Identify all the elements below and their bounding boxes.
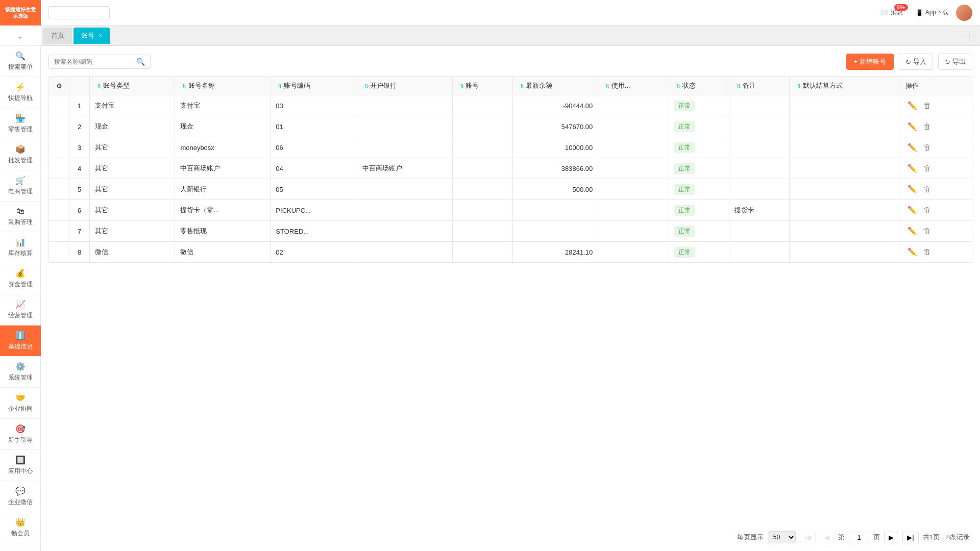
col-account-type[interactable]: ⇅ 账号类型 [90,77,175,95]
edit-button[interactable]: ✏️ [905,205,919,216]
col-usage[interactable]: ⇅ 使用... [598,77,669,95]
tab-accounts-close[interactable]: × [99,32,102,39]
sidebar-item-app-center[interactable]: 🔲 应用中心 [0,450,41,481]
delete-button[interactable]: 🗑 [921,226,933,236]
col-latest-balance[interactable]: ⇅ 最新余额 [512,77,598,95]
tab-home[interactable]: 首页 [43,28,72,44]
app-download-button[interactable]: 📱 App下载 [916,8,948,17]
delete-button[interactable]: 🗑 [921,121,933,132]
page-last-button[interactable]: ▶| [902,532,918,543]
sidebar-collapse-arrow[interactable]: ⌄ [14,28,27,44]
row-settings-cell [49,137,69,158]
delete-button[interactable]: 🗑 [921,205,933,215]
col-status[interactable]: ⇅ 状态 [669,77,729,95]
sidebar-item-basic-info[interactable]: ℹ️ 基础信息 [0,325,41,357]
row-account-type: 其它 [90,158,175,179]
row-settlement [790,200,900,221]
sidebar-item-label: 搜索菜单 [8,63,33,71]
col-bank[interactable]: ⇅ 开户银行 [357,77,452,95]
row-account-type: 其它 [90,221,175,242]
sidebar-item-guide[interactable]: 🎯 新手引导 [0,419,41,450]
export-button[interactable]: ↻ 导出 [938,54,972,70]
page-prev-button[interactable]: ◀ [820,532,834,543]
sidebar-item-funds[interactable]: 💰 资金管理 [0,263,41,294]
col-account-name-sort: ⇅ [182,83,186,89]
edit-button[interactable]: ✏️ [905,226,919,237]
sidebar-item-wholesale[interactable]: 📦 批发管理 [0,139,41,170]
row-account-no [452,200,512,221]
row-account-no [452,242,512,263]
sidebar-item-inventory[interactable]: 📊 库存核算 [0,232,41,263]
sidebar-item-label: 经营管理 [8,311,33,320]
sidebar-item-label: 采购管理 [8,218,33,227]
row-account-no [452,221,512,242]
sidebar-item-ecommerce[interactable]: 🛒 电商管理 [0,170,41,202]
search-icon[interactable]: 🔍 [136,58,145,66]
messages-button[interactable]: ✉️ 消息 99+ [881,8,903,17]
purchase-icon: 🛍 [16,207,24,216]
sidebar-item-label: 企业协同 [8,405,33,413]
row-account-no [452,158,512,179]
sidebar-item-ent-wechat[interactable]: 💬 企业微信 [0,481,41,512]
page-first-button[interactable]: |◀ [800,532,816,543]
page-size-select[interactable]: 50 20 100 [768,531,796,543]
delete-button[interactable]: 🗑 [921,246,933,257]
page-size-label: 每页显示 [737,533,764,542]
basic-info-icon: ℹ️ [15,331,26,340]
table-row: 4 其它 中百商场账户 04 中百商场账户 383866.00 正常 ✏️ 🗑 [49,158,972,179]
edit-button[interactable]: ✏️ [905,163,919,174]
row-account-code: 02 [271,242,357,263]
col-balance-sort: ⇅ [520,83,524,89]
delete-button[interactable]: 🗑 [921,100,933,111]
page-input[interactable] [849,532,869,543]
app-logo: 畅捷通好生意乐透版 [0,0,41,26]
delete-button[interactable]: 🗑 [921,142,933,153]
row-usage [598,116,669,137]
col-default-settlement[interactable]: ⇅ 默认结算方式 [790,77,900,95]
page-next-button[interactable]: ▶ [884,532,898,543]
sidebar-item-search-menu[interactable]: 🔍 搜索菜单 [0,46,41,77]
row-usage [598,242,669,263]
col-settings[interactable]: ⚙ [49,77,69,95]
total-label: 共1页，8条记录 [923,533,970,542]
search-box[interactable]: 🔍 [48,55,151,69]
col-account-name[interactable]: ⇅ 账号名称 [175,77,271,95]
page-label: 第 [838,533,845,542]
sidebar-item-sys[interactable]: ⚙️ 系统管理 [0,357,41,388]
sidebar-item-label: 库存核算 [8,249,33,258]
edit-button[interactable]: ✏️ [905,142,919,153]
sidebar-item-label: 电商管理 [8,187,33,196]
edit-button[interactable]: ✏️ [905,184,919,195]
row-usage [598,179,669,200]
import-button[interactable]: ↻ 导入 [899,54,933,70]
window-maximize-button[interactable]: □ [965,30,977,42]
row-settlement [790,137,900,158]
sidebar-item-enterprise[interactable]: 🤝 企业协同 [0,388,41,419]
delete-button[interactable]: 🗑 [921,184,933,194]
edit-button[interactable]: ✏️ [905,246,919,258]
delete-button[interactable]: 🗑 [921,163,933,173]
row-account-name: moneybosx [175,137,271,158]
top-search-input[interactable] [48,6,110,19]
col-notes[interactable]: ⇅ 备注 [729,77,790,95]
search-input[interactable] [54,58,136,65]
window-minimize-button[interactable]: ─ [953,30,965,42]
edit-button[interactable]: ✏️ [905,121,919,132]
edit-button[interactable]: ✏️ [905,100,919,111]
add-account-button[interactable]: + 新增账号 [846,54,894,70]
row-status: 正常 [669,221,729,242]
sidebar-item-retail[interactable]: 🏪 零售管理 [0,108,41,139]
row-num-cell: 8 [69,242,90,263]
row-account-code: 01 [271,116,357,137]
tab-accounts[interactable]: 账号 × [74,28,110,44]
sidebar-item-ops[interactable]: 📈 经营管理 [0,294,41,325]
col-account-code[interactable]: ⇅ 账号编码 [271,77,357,95]
row-usage [598,137,669,158]
sidebar-item-purchase[interactable]: 🛍 采购管理 [0,202,41,232]
sidebar-item-vip[interactable]: 👑 畅会员 [0,512,41,543]
sidebar-item-quick-nav[interactable]: ⚡ 快捷导航 [0,77,41,108]
avatar[interactable] [956,5,972,21]
sidebar-item-label: 基础信息 [8,342,33,351]
col-account-no[interactable]: ⇅ 账号 [452,77,512,95]
row-actions: ✏️ 🗑 [900,158,972,179]
